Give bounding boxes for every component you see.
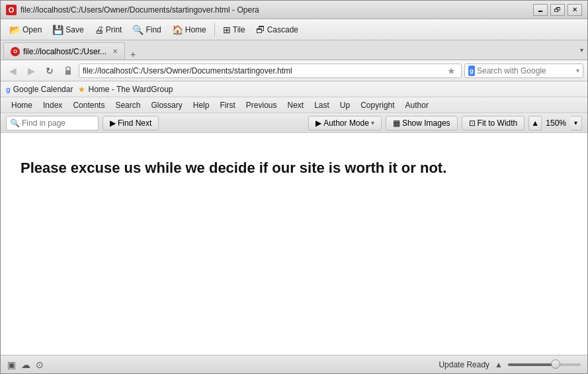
status-bar: ▣ ☁ ⊙ Update Ready ▲ xyxy=(1,355,587,373)
menu-item-contents[interactable]: Contents xyxy=(67,99,110,111)
security-button[interactable] xyxy=(60,63,76,79)
bookmarks-bar: g Google Calendar ★ Home - The WardGroup xyxy=(1,81,587,97)
find-search-icon: 🔍 xyxy=(10,118,20,128)
save-label: Save xyxy=(65,25,83,34)
menu-item-copyright[interactable]: Copyright xyxy=(355,99,399,111)
tab-opera-icon: O xyxy=(11,47,20,56)
author-mode-label: Author Mode xyxy=(323,118,369,128)
address-input-wrap: ★ xyxy=(79,64,462,78)
reload-button[interactable]: ↻ xyxy=(42,63,58,79)
cascade-label: Cascade xyxy=(267,25,298,34)
window-title: file://localhost/C:/Users/Owner/Document… xyxy=(21,5,259,15)
cascade-button[interactable]: 🗗 Cascade xyxy=(251,21,303,38)
fit-to-width-button[interactable]: ⊡ Fit to Width xyxy=(462,116,525,130)
search-input-wrap: g ▾ xyxy=(464,64,583,78)
search-logo-icon: g xyxy=(468,66,475,76)
open-button[interactable]: 📂 Open xyxy=(5,21,46,38)
find-next-label: Find Next xyxy=(118,118,151,128)
bookmark-google-calendar-label: Google Calendar xyxy=(13,85,73,94)
title-bar: O file://localhost/C:/Users/Owner/Docume… xyxy=(1,1,587,19)
cascade-icon: 🗗 xyxy=(256,24,265,35)
menu-item-up[interactable]: Up xyxy=(335,99,355,111)
menu-item-first[interactable]: First xyxy=(214,99,240,111)
zoom-slider[interactable] xyxy=(508,363,581,366)
menu-item-next[interactable]: Next xyxy=(282,99,309,111)
find-next-icon: ▶ xyxy=(110,118,116,128)
slider-fill xyxy=(508,363,556,366)
status-arrow-icon[interactable]: ▲ xyxy=(495,360,503,369)
menu-item-glossary[interactable]: Glossary xyxy=(146,99,187,111)
maximize-button[interactable]: 🗗 xyxy=(550,4,565,16)
google-calendar-icon: g xyxy=(6,85,11,93)
menu-item-last[interactable]: Last xyxy=(309,99,335,111)
status-right: Update Ready ▲ xyxy=(439,360,581,369)
save-button[interactable]: 💾 Save xyxy=(48,21,88,38)
print-icon: 🖨 xyxy=(95,24,104,35)
tab-label: file://localhost/C:/User... xyxy=(23,47,106,56)
status-left: ▣ ☁ ⊙ xyxy=(7,359,44,370)
address-input[interactable] xyxy=(83,66,445,75)
menu-item-home[interactable]: Home xyxy=(6,99,38,111)
star-bookmark-icon: ★ xyxy=(78,85,85,94)
opera-tab[interactable]: O file://localhost/C:/User... ✕ xyxy=(3,42,125,60)
toolbar: 📂 Open 💾 Save 🖨 Print 🔍 Find 🏠 Home ⊞ Ti… xyxy=(1,19,587,40)
menu-item-previous[interactable]: Previous xyxy=(241,99,282,111)
back-button[interactable]: ◀ xyxy=(5,63,21,79)
address-bar: ◀ ▶ ↻ ★ g ▾ xyxy=(1,60,587,81)
show-images-label: Show Images xyxy=(402,118,450,128)
slider-thumb[interactable] xyxy=(551,359,560,369)
update-ready-label: Update Ready xyxy=(439,360,489,369)
menu-item-help[interactable]: Help xyxy=(188,99,215,111)
fit-icon: ⊡ xyxy=(469,118,476,128)
search-dropdown-icon[interactable]: ▾ xyxy=(576,67,579,74)
new-tab-button[interactable]: + xyxy=(126,49,140,60)
show-images-button[interactable]: ▦ Show Images xyxy=(386,116,458,130)
zoom-up-button[interactable]: ▲ xyxy=(528,116,542,130)
find-input[interactable] xyxy=(22,118,95,128)
browser-window: O file://localhost/C:/Users/Owner/Docume… xyxy=(0,0,588,374)
find-input-wrap: 🔍 xyxy=(6,116,99,130)
tile-label: Tile xyxy=(233,25,245,34)
open-label: Open xyxy=(22,25,42,34)
site-menu: Home Index Contents Search Glossary Help… xyxy=(1,97,587,113)
menu-item-search[interactable]: Search xyxy=(110,99,146,111)
opera-window-icon: O xyxy=(6,5,17,15)
tile-button[interactable]: ⊞ Tile xyxy=(218,21,250,38)
fit-to-width-label: Fit to Width xyxy=(478,118,518,128)
save-icon: 💾 xyxy=(52,24,63,35)
tab-bar: O file://localhost/C:/User... ✕ + ▾ xyxy=(1,40,587,60)
svg-rect-0 xyxy=(65,70,71,75)
menu-item-author[interactable]: Author xyxy=(400,99,434,111)
print-label: Print xyxy=(106,25,122,34)
close-button[interactable]: ✕ xyxy=(567,4,582,16)
home-icon: 🏠 xyxy=(172,24,183,35)
author-mode-icon: ▶ xyxy=(315,118,321,128)
bookmark-star-icon[interactable]: ★ xyxy=(445,66,458,76)
forward-button[interactable]: ▶ xyxy=(23,63,39,79)
search-input[interactable] xyxy=(477,66,576,75)
page-main-text: Please excuse us while we decide if our … xyxy=(21,160,567,177)
toolbar-separator xyxy=(214,23,215,36)
find-label: Find xyxy=(146,25,161,34)
home-button[interactable]: 🏠 Home xyxy=(167,21,211,38)
author-mode-button[interactable]: ▶ Author Mode ▾ xyxy=(308,116,382,130)
status-screen-icon[interactable]: ▣ xyxy=(7,359,16,370)
print-button[interactable]: 🖨 Print xyxy=(90,21,127,38)
zoom-controls: ▲ 150% ▾ xyxy=(528,116,582,130)
menu-item-index[interactable]: Index xyxy=(38,99,67,111)
zoom-dropdown-button[interactable]: ▾ xyxy=(570,116,582,130)
zoom-level: 150% xyxy=(543,118,569,128)
tab-list-dropdown[interactable]: ▾ xyxy=(576,46,587,54)
status-circle-icon[interactable]: ⊙ xyxy=(36,359,44,370)
find-button[interactable]: 🔍 Find xyxy=(128,21,165,38)
minimize-button[interactable]: 🗕 xyxy=(533,4,548,16)
bookmark-google-calendar[interactable]: g Google Calendar xyxy=(6,85,73,94)
author-mode-dropdown-icon: ▾ xyxy=(371,119,374,126)
find-next-button[interactable]: ▶ Find Next xyxy=(103,116,159,130)
tab-close-icon[interactable]: ✕ xyxy=(112,48,118,55)
title-bar-left: O file://localhost/C:/Users/Owner/Docume… xyxy=(6,5,259,15)
bookmark-home-wardgroup[interactable]: ★ Home - The WardGroup xyxy=(78,85,173,94)
home-label: Home xyxy=(185,25,206,34)
status-cloud-icon[interactable]: ☁ xyxy=(21,359,30,370)
open-icon: 📂 xyxy=(9,24,21,35)
